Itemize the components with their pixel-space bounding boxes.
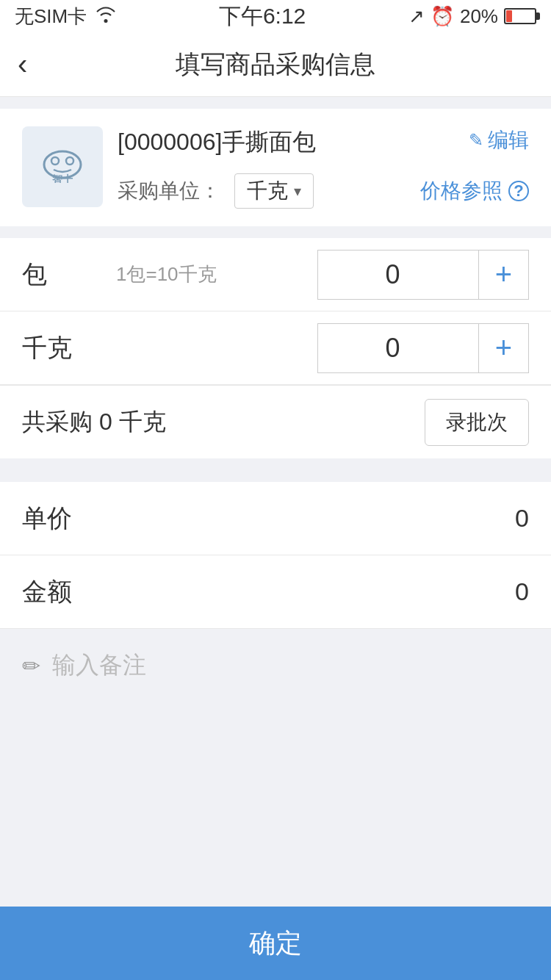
location-icon: ↗: [408, 5, 425, 28]
kg-input-row: 千克 +: [0, 311, 551, 385]
product-thumbnail: 智十: [22, 126, 103, 207]
unit-select[interactable]: 千克 ▾: [234, 173, 314, 209]
kg-plus-button[interactable]: +: [479, 323, 529, 373]
svg-text:智十: 智十: [51, 173, 73, 183]
section-divider-1: [0, 226, 551, 238]
amount-row: 金额 0: [0, 555, 551, 629]
bag-input-right: +: [317, 250, 529, 300]
network-label: 无SIM卡: [15, 4, 87, 29]
product-name: [0000006]手撕面包: [118, 126, 454, 159]
help-icon: ?: [508, 181, 529, 201]
amount-label: 金额: [22, 575, 515, 609]
unit-label: 采购单位：: [118, 179, 220, 202]
bag-sublabel: 1包=10千克: [116, 262, 317, 287]
unit-price-label: 单价: [22, 502, 515, 536]
product-thumb-logo: 智十: [40, 146, 84, 188]
unit-price-value: 0: [515, 504, 529, 533]
svg-point-1: [51, 157, 59, 165]
nav-bar: ‹ 填写商品采购信息: [0, 32, 551, 97]
batch-button[interactable]: 录批次: [425, 399, 529, 446]
product-top-row: [0000006]手撕面包 ✎ 编辑: [118, 126, 529, 159]
battery-icon: [504, 8, 536, 24]
wifi-icon: [96, 5, 116, 28]
unit-info: 采购单位： 千克 ▾: [118, 173, 314, 209]
remark-placeholder: 输入备注: [52, 649, 146, 682]
input-section: 包 1包=10千克 + 千克 + 共采购 0 千克 录批次: [0, 238, 551, 458]
product-info: [0000006]手撕面包 ✎ 编辑 采购单位： 千克 ▾ 价格参照 ?: [118, 126, 529, 209]
alarm-icon: ⏰: [431, 5, 454, 28]
bag-input-row: 包 1包=10千克 +: [0, 238, 551, 311]
price-ref-link[interactable]: 价格参照 ?: [420, 177, 529, 205]
status-left: 无SIM卡: [15, 4, 116, 29]
edit-icon: ✎: [469, 130, 483, 151]
status-bar: 无SIM卡 下午6:12 ↗ ⏰ 20%: [0, 0, 551, 32]
section-divider-2: [0, 458, 551, 470]
pencil-icon: ✏: [22, 653, 40, 679]
page-title: 填写商品采购信息: [176, 48, 375, 82]
battery-percent: 20%: [460, 5, 498, 28]
total-row: 共采购 0 千克 录批次: [0, 385, 551, 458]
remark-section[interactable]: ✏ 输入备注: [0, 629, 551, 702]
amount-value: 0: [515, 577, 529, 606]
back-button[interactable]: ‹: [18, 48, 27, 81]
edit-link[interactable]: ✎ 编辑: [469, 126, 529, 154]
content-below: [0, 702, 551, 923]
product-card: 智十 [0000006]手撕面包 ✎ 编辑 采购单位： 千克 ▾ 价格参照: [0, 109, 551, 226]
svg-point-2: [66, 157, 73, 165]
confirm-button[interactable]: 确定: [0, 907, 551, 980]
kg-input[interactable]: [317, 323, 479, 373]
total-text: 共采购 0 千克: [22, 406, 425, 439]
status-time: 下午6:12: [219, 1, 306, 32]
kg-label: 千克: [22, 331, 110, 365]
price-info-section: 单价 0 金额 0: [0, 482, 551, 629]
bag-plus-button[interactable]: +: [479, 250, 529, 300]
unit-row: 采购单位： 千克 ▾ 价格参照 ?: [118, 173, 529, 209]
bag-input[interactable]: [317, 250, 479, 300]
chevron-down-icon: ▾: [294, 182, 301, 200]
bag-label: 包: [22, 258, 110, 292]
kg-input-right: +: [317, 323, 529, 373]
status-right: ↗ ⏰ 20%: [408, 5, 536, 28]
unit-price-row: 单价 0: [0, 482, 551, 555]
